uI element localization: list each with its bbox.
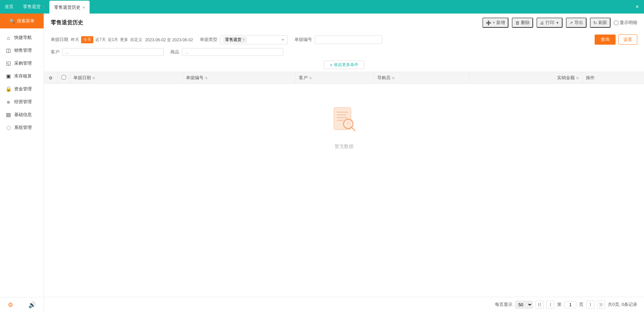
svg-rect-2	[337, 114, 346, 115]
goods-filter-group: 商品 ...	[170, 48, 283, 56]
customer-ellipsis: ...	[65, 49, 69, 54]
date-range-display: 2023-06-02 至 2023-06-02	[145, 37, 193, 43]
type-label: 单据类型	[200, 37, 217, 43]
refresh-icon: ↻	[593, 20, 597, 25]
customer-label: 客户	[51, 49, 59, 55]
sidebar-footer: ⚙ 🔊	[0, 297, 44, 312]
add-icon: ➕	[486, 20, 491, 25]
delete-button[interactable]: 🗑 删除	[512, 18, 533, 28]
sort-number-icon: ⇅	[205, 76, 208, 80]
date-shortcut-yesterday[interactable]: 昨天	[71, 37, 79, 43]
show-detail-checkbox[interactable]	[614, 21, 618, 25]
page-size-select[interactable]: 20 50 100	[515, 301, 533, 309]
th-customer[interactable]: 客户 ⇅	[295, 72, 374, 84]
svg-rect-4	[337, 120, 343, 121]
sales-icon: ◫	[5, 47, 11, 53]
customer-select[interactable]: ...	[62, 48, 164, 56]
number-filter-group: 单据编号	[294, 36, 382, 44]
th-checkbox[interactable]	[57, 72, 70, 84]
last-page-button[interactable]: ⟩⟩	[597, 300, 605, 309]
main-layout: 🔍 搜索菜单 ⌂ 快捷导航 ◫ 销售管理 ◱ 采购管理 ▣ 库存核算 🔒 资金	[0, 14, 644, 312]
sidebar-audio-icon[interactable]: 🔊	[28, 301, 36, 309]
content-area: 零售退货历史 ➕ + 新增 🗑 删除 🖨 打印 ▼	[44, 14, 644, 312]
show-detail-checkbox-label[interactable]: 显示明细	[614, 20, 637, 26]
sidebar-item-basic-info[interactable]: ▤ 基础信息	[0, 108, 44, 121]
sidebar-item-system-mgmt[interactable]: ◌ 系统管理	[0, 121, 44, 134]
data-table: ⚙ 单据日期 ⇅ 单据编号	[44, 72, 644, 170]
customer-filter-group: 客户 ...	[51, 48, 164, 56]
page-suffix: 页	[579, 302, 583, 308]
th-number[interactable]: 单据编号 ⇅	[183, 72, 295, 84]
pagination: 每页显示 20 50 100 ⟨⟨ ⟨ 第 页 ⟩ ⟩⟩ 共0页, 0条记录	[44, 297, 644, 312]
print-dropdown-icon: ▼	[556, 21, 559, 25]
tab-retail-return-history[interactable]: 零售退货历史 ×	[49, 1, 89, 14]
date-shortcut-1month[interactable]: 近1月	[108, 37, 118, 43]
number-label: 单据编号	[294, 37, 312, 43]
svg-rect-3	[337, 117, 348, 118]
sidebar-search[interactable]: 🔍 搜索菜单	[0, 14, 44, 28]
sidebar-item-finance-mgmt[interactable]: 🔒 资金管理	[0, 83, 44, 95]
empty-state: ? 暂无数据	[44, 84, 644, 170]
sidebar-settings-icon[interactable]: ⚙	[8, 301, 13, 309]
inventory-icon: ▣	[5, 73, 11, 79]
tab-retail-return-close[interactable]: ×	[43, 5, 45, 9]
page-number-input[interactable]	[564, 301, 576, 308]
date-shortcuts: 昨天 今天 近7天 近1月 更多 自定义	[71, 36, 142, 43]
query-button[interactable]: 查询	[595, 35, 616, 45]
system-icon: ◌	[5, 125, 11, 131]
add-button[interactable]: ➕ + 新增	[482, 18, 508, 28]
sort-guide-icon: ⇅	[392, 76, 395, 80]
filter-row-1: 单据日期 昨天 今天 近7天 近1月 更多 自定义 2023-06-02 至 2…	[51, 35, 637, 45]
type-tag-close[interactable]: ×	[243, 38, 245, 42]
empty-row: ? 暂无数据	[44, 84, 644, 170]
print-icon: 🖨	[540, 20, 544, 25]
tab-retail-return-history-close[interactable]: ×	[82, 5, 85, 9]
toolbar: ➕ + 新增 🗑 删除 🖨 打印 ▼ ↗ 导出	[482, 18, 637, 28]
th-amount[interactable]: 实销金额 ⇅	[469, 72, 582, 84]
page-header: 零售退货历史 ➕ + 新增 🗑 删除 🖨 打印 ▼	[44, 14, 644, 72]
th-date[interactable]: 单据日期 ⇅	[70, 72, 183, 84]
table-body: ? 暂无数据	[44, 84, 644, 170]
goods-select[interactable]: ...	[182, 48, 283, 56]
sidebar-item-quick-nav[interactable]: ⌂ 快捷导航	[0, 31, 44, 44]
tab-home[interactable]: 首页	[0, 0, 18, 14]
settings-button[interactable]: 设置	[618, 35, 637, 45]
th-guide[interactable]: 导购员 ⇅	[374, 72, 470, 84]
top-bar: 首页 零售退货 × 零售退货历史 × ×	[0, 0, 644, 14]
th-action: 操作	[582, 72, 644, 84]
sort-date-icon: ⇅	[92, 76, 95, 80]
date-shortcut-7days[interactable]: 近7天	[95, 37, 106, 43]
search-icon: 🔍	[9, 19, 15, 24]
sidebar-item-purchase-mgmt[interactable]: ◱ 采购管理	[0, 57, 44, 70]
prev-page-button[interactable]: ⟨	[546, 300, 554, 309]
delete-icon: 🗑	[515, 20, 520, 25]
date-shortcut-custom[interactable]: 自定义	[130, 37, 142, 43]
next-page-button[interactable]: ⟩	[586, 300, 594, 309]
sort-customer-icon: ⇅	[309, 76, 312, 80]
page-size-label: 每页显示	[495, 302, 512, 308]
settings-icon: ⚙	[49, 75, 53, 81]
collapse-button[interactable]: ∧ 收起更多条件	[324, 61, 364, 69]
type-select[interactable]: 零售退货 × ▼	[220, 35, 288, 44]
collapse-icon: ∧	[330, 63, 333, 67]
svg-text:?: ?	[347, 122, 349, 126]
sidebar-item-inventory-calc[interactable]: ▣ 库存核算	[0, 70, 44, 83]
window-close-button[interactable]: ×	[630, 0, 644, 14]
export-button[interactable]: ↗ 导出	[566, 18, 587, 28]
tab-retail-return[interactable]: 零售退货 ×	[18, 0, 49, 14]
first-page-button[interactable]: ⟨⟨	[535, 300, 544, 309]
th-settings[interactable]: ⚙	[44, 72, 57, 84]
sidebar-item-ops-mgmt[interactable]: ≡ 经营管理	[0, 95, 44, 108]
select-all-checkbox[interactable]	[62, 75, 66, 80]
home-icon: ⌂	[5, 35, 11, 41]
sidebar-item-sales-mgmt[interactable]: ◫ 销售管理	[0, 44, 44, 57]
empty-text: 暂无数据	[335, 143, 354, 150]
collapse-row: ∧ 收起更多条件	[51, 59, 637, 72]
basic-info-icon: ▤	[5, 112, 11, 118]
svg-rect-1	[337, 112, 348, 113]
print-button[interactable]: 🖨 打印 ▼	[536, 18, 563, 28]
date-shortcut-today[interactable]: 今天	[81, 36, 93, 43]
number-input[interactable]	[315, 36, 382, 44]
refresh-button[interactable]: ↻ 刷新	[590, 18, 611, 28]
date-shortcut-more[interactable]: 更多	[120, 37, 128, 43]
